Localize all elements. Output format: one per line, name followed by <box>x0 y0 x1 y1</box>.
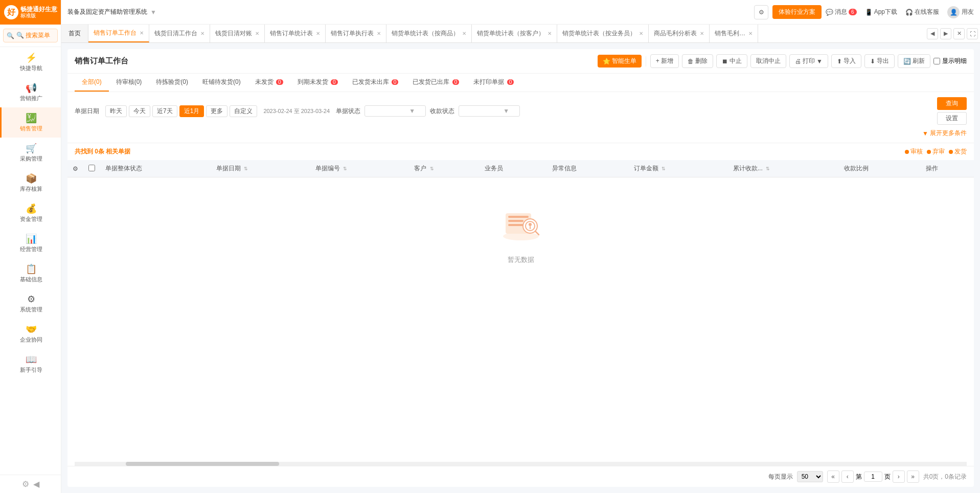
subtab-pending-review[interactable]: 待审核(0) <box>109 74 149 92</box>
page-size-select[interactable]: 10 20 50 100 <box>797 471 823 482</box>
smart-order-button[interactable]: ⭐ 智能生单 <box>598 55 642 68</box>
first-page-button[interactable]: « <box>827 470 839 483</box>
system-name-area: 装备及固定资产辅助管理系统 ▼ <box>67 8 750 16</box>
subtab-pending-inspect[interactable]: 待拣验货(0) <box>149 74 195 92</box>
add-button[interactable]: + 新增 <box>650 54 679 68</box>
tab-sales-gross[interactable]: 销售毛利… ✕ <box>710 25 758 42</box>
sidebar-item-basic[interactable]: 📋 基础信息 <box>0 258 61 288</box>
scrollbar-thumb[interactable] <box>126 462 279 466</box>
tab-scroll-left-button[interactable]: ◀ <box>927 28 938 39</box>
th-collected[interactable]: 累计收款... ⇅ <box>728 160 839 177</box>
user-menu-button[interactable]: 👤 用友 <box>947 6 974 18</box>
next-page-button[interactable]: › <box>893 470 905 483</box>
search-menu-button[interactable]: 🔍 🔍 搜索菜单 <box>3 29 58 42</box>
industry-solution-button[interactable]: 体验行业方案 <box>772 5 822 19</box>
import-icon: ⬆ <box>837 58 842 65</box>
sidebar-item-purchase[interactable]: 🛒 采购管理 <box>0 138 61 168</box>
tab-close-icon[interactable]: ✕ <box>548 31 552 36</box>
payment-select[interactable]: ▼ <box>459 105 520 117</box>
tab-close-icon[interactable]: ✕ <box>200 31 204 36</box>
ship-batch-button[interactable]: 发货 <box>949 147 967 156</box>
filter-action-buttons: 查询 设置 <box>937 97 967 125</box>
yesterday-button[interactable]: 昨天 <box>105 105 127 117</box>
th-customer[interactable]: 客户 ⇅ <box>409 160 479 177</box>
tab-close-icon[interactable]: ✕ <box>700 31 704 36</box>
subtab-unshipped[interactable]: 未发货 0 <box>248 74 290 92</box>
sidebar-item-inventory[interactable]: 📦 库存核算 <box>0 168 61 198</box>
tab-scroll-right-button[interactable]: ▶ <box>940 28 951 39</box>
expand-filter-button[interactable]: ▼ 展开更多条件 <box>922 129 967 138</box>
online-service-button[interactable]: 🎧 在线客服 <box>905 8 939 16</box>
tab-order-stats[interactable]: 销售订单统计表 ✕ <box>265 25 326 42</box>
tab-close-icon[interactable]: ✕ <box>462 31 466 36</box>
subtab-wangpu-ship[interactable]: 旺铺待发货(0) <box>195 74 248 92</box>
tab-sales-by-product[interactable]: 销货单统计表（按商品） ✕ <box>386 25 472 42</box>
subtab-unprinted[interactable]: 未打印单据 0 <box>466 74 521 92</box>
cancel-stop-button[interactable]: 取消中止 <box>750 54 786 68</box>
tab-sales-by-staff[interactable]: 销货单统计表（按业务员） ✕ <box>557 25 649 42</box>
sidebar-item-sales[interactable]: 💹 销售管理 <box>0 107 61 138</box>
export-button[interactable]: ⬇ 导出 <box>864 54 895 68</box>
sidebar-item-finance[interactable]: 💰 资金管理 <box>0 198 61 228</box>
tab-maximize-button[interactable]: ⛶ <box>967 28 978 39</box>
subtab-shipped-out[interactable]: 已发货已出库 0 <box>405 74 466 92</box>
more-button[interactable]: 更多 <box>206 105 227 117</box>
tab-sales-by-customer[interactable]: 销货单统计表（按客户） ✕ <box>472 25 557 42</box>
prev-page-button[interactable]: ‹ <box>841 470 854 483</box>
tab-close-icon[interactable]: ✕ <box>748 31 753 36</box>
cancel-review-batch-button[interactable]: 弃审 <box>927 147 945 156</box>
tab-close-icon[interactable]: ✕ <box>377 31 381 36</box>
tab-home[interactable]: 首页 <box>61 25 88 42</box>
subtab-overdue-unshipped[interactable]: 到期未发货 0 <box>290 74 345 92</box>
query-button[interactable]: 查询 <box>937 97 967 110</box>
message-button[interactable]: 💬 消息 6 <box>826 8 857 16</box>
import-button[interactable]: ⬆ 导入 <box>831 54 861 68</box>
th-amount[interactable]: 订单金额 ⇅ <box>629 160 728 177</box>
settings-footer-icon[interactable]: ⚙ <box>22 479 29 489</box>
select-all-checkbox[interactable] <box>88 165 95 171</box>
tab-daily-clear[interactable]: 钱货日清工作台 ✕ <box>149 25 210 42</box>
th-date[interactable]: 单据日期 ⇅ <box>211 160 310 177</box>
sidebar-item-marketing[interactable]: 📢 营销推广 <box>0 77 61 107</box>
custom-button[interactable]: 自定义 <box>230 105 257 117</box>
print-button[interactable]: 🖨 打印 ▼ <box>789 54 828 68</box>
tab-close-icon[interactable]: ✕ <box>639 31 643 36</box>
message-icon: 💬 <box>826 9 833 16</box>
gear-button[interactable]: ⚙ <box>754 5 768 19</box>
review-batch-button[interactable]: 审核 <box>905 147 923 156</box>
th-number[interactable]: 单据编号 ⇅ <box>310 160 409 177</box>
subtab-bar: 全部(0) 待审核(0) 待拣验货(0) 旺铺待发货(0) 未发货 0 到期未发… <box>67 74 974 92</box>
finance-icon: 💰 <box>26 203 37 214</box>
tab-sales-workbench[interactable]: 销售订单工作台 ✕ <box>88 25 149 42</box>
sidebar-item-enterprise[interactable]: 🤝 企业协同 <box>0 319 61 349</box>
refresh-button[interactable]: 🔄 刷新 <box>898 54 930 68</box>
status-select[interactable]: ▼ <box>364 105 426 117</box>
sidebar-item-system[interactable]: ⚙ 系统管理 <box>0 288 61 319</box>
show-detail-checkbox[interactable] <box>933 58 940 64</box>
tab-close-icon[interactable]: ✕ <box>255 31 259 36</box>
sidebar-item-operations[interactable]: 📊 经营管理 <box>0 228 61 258</box>
tab-gross-profit[interactable]: 商品毛利分析表 ✕ <box>649 25 710 42</box>
last7days-button[interactable]: 近7天 <box>152 105 177 117</box>
collapse-icon[interactable]: ◀ <box>33 479 39 489</box>
last-month-button[interactable]: 近1月 <box>179 105 204 117</box>
page-input[interactable] <box>864 472 882 482</box>
tab-close-icon[interactable]: ✕ <box>140 30 144 36</box>
horizontal-scrollbar[interactable] <box>75 462 967 466</box>
filter-row-2: ▼ 展开更多条件 <box>75 129 967 138</box>
last-page-button[interactable]: » <box>907 470 919 483</box>
setting-button[interactable]: 设置 <box>937 112 967 125</box>
tab-close-icon[interactable]: ✕ <box>316 31 320 36</box>
subtab-all[interactable]: 全部(0) <box>75 74 109 92</box>
tab-order-exec[interactable]: 销售订单执行表 ✕ <box>326 25 386 42</box>
subtab-shipped-not-out[interactable]: 已发货未出库 0 <box>345 74 406 92</box>
app-download-button[interactable]: 📱 App下载 <box>865 8 897 16</box>
sidebar-item-quick[interactable]: ⚡ 快捷导航 <box>0 47 61 77</box>
stop-button[interactable]: ⏹ 中止 <box>716 54 747 68</box>
today-button[interactable]: 今天 <box>129 105 150 117</box>
sidebar-item-guide[interactable]: 📖 新手引导 <box>0 349 61 379</box>
tab-reconcile[interactable]: 钱货日清对账 ✕ <box>210 25 265 42</box>
phone-icon: 📱 <box>865 9 873 16</box>
delete-button[interactable]: 🗑 删除 <box>682 54 713 68</box>
tab-close-all-button[interactable]: ✕ <box>953 28 965 39</box>
